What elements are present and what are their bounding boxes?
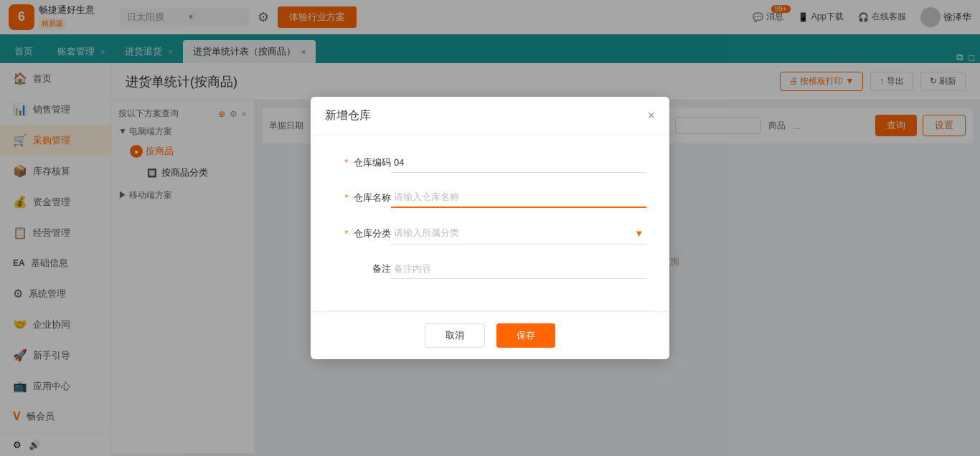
required-star-name: * [344,192,348,203]
form-row-category: * 仓库分类 请输入所属分类 ▼ [334,222,646,244]
dialog-header: 新增仓库 × [311,97,669,136]
cancel-button[interactable]: 取消 [425,323,485,348]
dialog-body: * 仓库编码 * 仓库名称 * 仓库分类 请输入所属 [311,136,669,310]
dialog-title: 新增仓库 [325,108,371,123]
name-label: * 仓库名称 [334,191,391,204]
dialog-add-warehouse: 新增仓库 × * 仓库编码 * 仓库名称 [311,97,669,359]
save-button[interactable]: 保存 [496,323,555,348]
dialog-footer: 取消 保存 [311,311,669,359]
form-row-name: * 仓库名称 [334,187,646,208]
name-input[interactable] [391,187,646,208]
form-row-code: * 仓库编码 [334,153,646,173]
category-arrow[interactable]: ▼ [634,228,644,239]
code-input[interactable] [391,153,646,173]
dialog-close-icon[interactable]: × [647,108,655,123]
remark-label: 备注 [334,262,391,275]
category-label: * 仓库分类 [334,227,391,240]
form-row-remark: 备注 [334,259,646,279]
code-label: * 仓库编码 [334,156,391,169]
required-star-code: * [344,157,348,168]
modal-overlay: 新增仓库 × * 仓库编码 * 仓库名称 [0,0,980,456]
category-select[interactable]: 请输入所属分类 ▼ [391,222,646,244]
category-placeholder: 请输入所属分类 [394,227,459,239]
remark-input[interactable] [391,259,646,279]
required-star-category: * [344,228,348,239]
